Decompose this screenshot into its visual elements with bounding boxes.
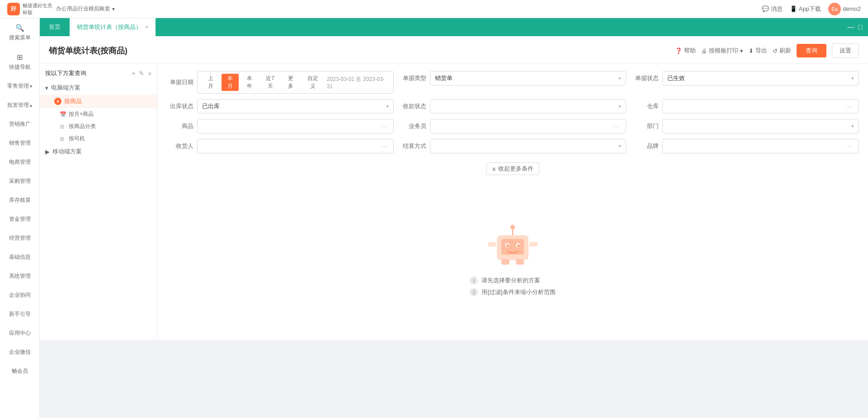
grid2-icon: ⊞ xyxy=(60,136,66,142)
sidebar-item-ecommerce[interactable]: 电商管理 xyxy=(0,153,39,172)
doc-status-select[interactable]: 已生效 ▾ xyxy=(662,71,859,86)
date-btn-last-month[interactable]: 上月 xyxy=(202,74,220,91)
left-panel: 按以下方案查询 + ✎ « ▾ xyxy=(40,64,157,340)
sidebar-item-member[interactable]: 畅会员 xyxy=(0,362,39,381)
status-label: 单据状态 xyxy=(632,74,659,82)
workspace-selector[interactable]: 办公用品行业模拟账套 ▾ xyxy=(56,5,115,13)
scheme-item-by-goods[interactable]: ● 按商品 xyxy=(40,95,157,108)
scheme-item-by-driver[interactable]: ⊞ 按司机 xyxy=(40,133,157,145)
date-picker[interactable]: 上月 本月 本年 近7天 更多 自定义 2023-03-01 至 2023-03… xyxy=(197,71,394,94)
date-btn-this-month[interactable]: 本月 xyxy=(222,74,239,91)
svg-point-5 xyxy=(518,245,520,247)
logo-icon: 好 xyxy=(7,3,20,15)
staff-select[interactable]: ··· xyxy=(430,119,627,133)
page-header: 销货单统计表(按商品) ❓ 帮助 🖨 按模板打印 ▾ xyxy=(40,36,868,64)
export-btn[interactable]: ⬇ 导出 xyxy=(749,47,767,55)
collapse-row: ∧ 收起更多条件 xyxy=(166,159,859,179)
collapse-panel-btn[interactable]: « xyxy=(148,70,151,77)
date-btn-more[interactable]: 更多 xyxy=(282,74,300,91)
out-status-select[interactable]: 已出库 ▾ xyxy=(197,99,394,114)
date-btn-custom[interactable]: 自定义 xyxy=(302,74,324,91)
date-btn-7days[interactable]: 近7天 xyxy=(260,74,280,91)
refresh-btn[interactable]: ↺ 刷新 xyxy=(773,47,791,55)
collapse-filters-btn[interactable]: ∧ 收起更多条件 xyxy=(486,162,539,175)
sidebar-item-marketing[interactable]: 营销推广 xyxy=(0,115,39,134)
tab-label: 销货单统计表（按商品） xyxy=(77,23,142,31)
edit-scheme-btn[interactable]: ✎ xyxy=(139,70,144,77)
doc-type-select[interactable]: 销货单 ▾ xyxy=(430,71,627,86)
sidebar-item-system[interactable]: 系统管理 xyxy=(0,267,39,286)
user-menu[interactable]: Ea demo2 xyxy=(828,3,861,15)
chevron-down-icon: ▾ xyxy=(112,6,115,12)
app-download-btn[interactable]: 📱 App下载 xyxy=(790,5,821,13)
add-scheme-btn[interactable]: + xyxy=(132,70,135,77)
sidebar-item-wholesale[interactable]: 批发管理 ▴ xyxy=(0,96,39,115)
print-btn[interactable]: 🖨 按模板打印 ▾ xyxy=(701,47,743,55)
empty-state: 1 请先选择要分析的方案 2 用[过滤]条件来缩小分析范围 xyxy=(166,179,859,332)
tip-text-1: 请先选择要分析的方案 xyxy=(481,276,540,285)
scheme-item-by-category[interactable]: ⊞ 按商品分类 xyxy=(40,120,157,133)
receive-status-select[interactable]: ▾ xyxy=(430,99,627,114)
svg-rect-8 xyxy=(488,242,496,247)
settlement-select[interactable]: ▾ xyxy=(430,139,627,153)
goods-select[interactable]: ··· xyxy=(197,119,394,133)
sidebar-item-retail[interactable]: 零售管理 ▾ xyxy=(0,77,39,96)
dept-label: 部门 xyxy=(632,122,659,130)
help-btn[interactable]: ❓ 帮助 xyxy=(675,47,696,55)
type-label: 单据类型 xyxy=(399,74,426,82)
chevron-down-icon5: ▾ xyxy=(851,123,854,129)
page-actions: ❓ 帮助 🖨 按模板打印 ▾ ⬇ 导出 xyxy=(675,43,859,58)
tab-minimize-btn[interactable]: — xyxy=(847,23,854,31)
warehouse-select[interactable]: ··· xyxy=(662,99,859,114)
setting-button[interactable]: 设置 xyxy=(832,43,859,58)
sidebar-item-quicknav[interactable]: ⊞ 快捷导航 xyxy=(0,48,39,77)
sidebar-item-newbie[interactable]: 新手引导 xyxy=(0,305,39,324)
empty-svg xyxy=(486,217,540,267)
dept-select[interactable]: ▾ xyxy=(662,119,859,133)
receiver-label: 收货人 xyxy=(166,142,193,150)
query-button[interactable]: 查询 xyxy=(797,44,826,57)
calendar-icon: 📅 xyxy=(60,111,66,118)
sidebar-item-operation[interactable]: 经营管理 xyxy=(0,229,39,248)
tab-close-btn[interactable]: × xyxy=(145,24,148,30)
sidebar-item-corp-wechat[interactable]: 企业微信 xyxy=(0,343,39,362)
right-panel: 单据日期 上月 本月 本年 近7天 更多 自定义 xyxy=(157,64,868,340)
chevron-up-icon: ▴ xyxy=(30,103,32,108)
brand-select[interactable]: ··· xyxy=(662,139,859,153)
status-value: 已生效 xyxy=(667,74,685,82)
scheme-group-pc-header[interactable]: ▾ 电脑端方案 xyxy=(40,81,157,95)
scheme-group-mobile: ▶ 移动端方案 xyxy=(40,145,157,158)
chevron-down-icon3: ▾ xyxy=(386,103,389,109)
filter-doc-type: 单据类型 销货单 ▾ xyxy=(399,71,627,86)
tab-maximize-btn[interactable]: □ xyxy=(858,23,863,31)
filter-date: 单据日期 上月 本月 本年 近7天 更多 自定义 xyxy=(166,71,394,94)
staff-label: 业务员 xyxy=(399,122,426,130)
print-dropdown-icon: ▾ xyxy=(740,48,743,54)
svg-rect-9 xyxy=(529,242,538,247)
tip-num-2: 2 xyxy=(470,288,478,296)
tab-home[interactable]: 首页 xyxy=(40,18,70,36)
left-panel-header: 按以下方案查询 + ✎ « xyxy=(40,69,157,81)
sidebar-item-purchase[interactable]: 采购管理 xyxy=(0,172,39,191)
date-label: 单据日期 xyxy=(166,78,193,86)
empty-tip-2: 2 用[过滤]条件来缩小分析范围 xyxy=(470,288,555,296)
sidebar-item-inventory[interactable]: 库存核算 xyxy=(0,191,39,210)
sidebar-item-search[interactable]: 🔍 搜索菜单 xyxy=(0,18,39,48)
sidebar-item-finance[interactable]: 资金管理 xyxy=(0,210,39,229)
messages-btn[interactable]: 💬 消息 xyxy=(762,5,783,13)
sidebar: 🔍 搜索菜单 ⊞ 快捷导航 零售管理 ▾ 批发管理 ▴ 营销推广 xyxy=(0,18,40,418)
page-content: 销货单统计表(按商品) ❓ 帮助 🖨 按模板打印 ▾ xyxy=(40,36,868,418)
tab-active[interactable]: 销货单统计表（按商品） × xyxy=(70,18,156,36)
chevron-down-icon4: ▾ xyxy=(618,103,621,109)
quicknav-icon: ⊞ xyxy=(17,53,23,62)
sidebar-item-sales[interactable]: 销售管理 xyxy=(0,134,39,153)
scheme-group-mobile-header[interactable]: ▶ 移动端方案 xyxy=(40,145,157,158)
date-btn-this-year[interactable]: 本年 xyxy=(241,74,258,91)
sidebar-item-apps[interactable]: 应用中心 xyxy=(0,324,39,343)
sidebar-item-enterprise[interactable]: 企业协同 xyxy=(0,286,39,305)
scheme-item-by-month-goods[interactable]: 📅 按月+商品 xyxy=(40,108,157,120)
sidebar-item-basic[interactable]: 基础信息 xyxy=(0,248,39,267)
tip-text-2: 用[过滤]条件来缩小分析范围 xyxy=(481,288,555,296)
receiver-select[interactable]: ··· xyxy=(197,139,394,153)
filter-row-2: 出库状态 已出库 ▾ 收款状态 xyxy=(166,99,859,114)
